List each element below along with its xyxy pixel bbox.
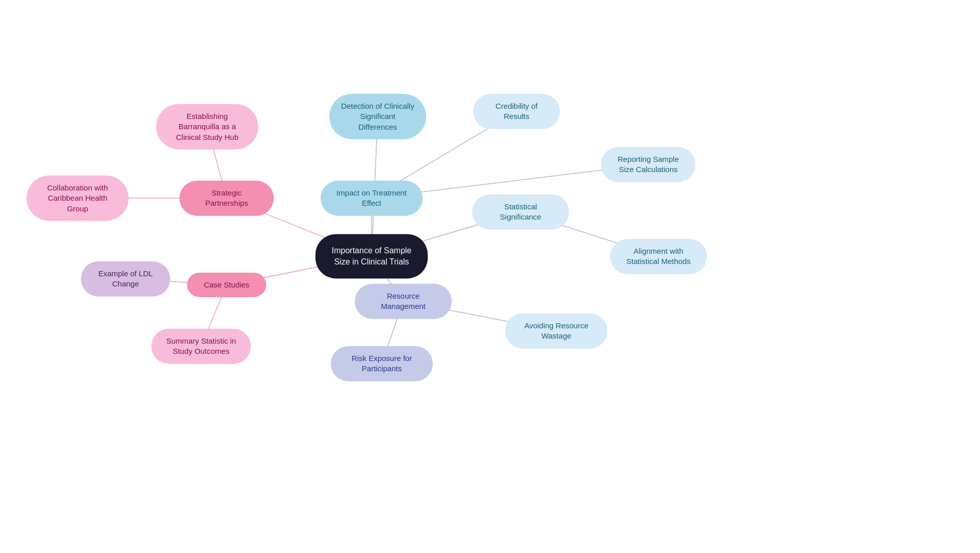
node-detection[interactable]: Detection of Clinically Significant Diff… (329, 94, 426, 139)
node-ldl[interactable]: Example of LDL Change (81, 261, 170, 297)
node-establishing[interactable]: Establishing Barranquilla as a Clinical … (156, 104, 258, 150)
node-caribbean[interactable]: Collaboration with Caribbean Health Grou… (27, 176, 129, 221)
node-avoiding[interactable]: Avoiding Resource Wastage (505, 314, 607, 349)
node-summary[interactable]: Summary Statistic in Study Outcomes (152, 329, 251, 364)
node-credibility[interactable]: Credibility of Results (473, 94, 560, 129)
node-strategic[interactable]: Strategic Partnerships (180, 181, 274, 216)
mindmap-container: Importance of Sample Size in Clinical Tr… (0, 0, 980, 553)
node-stat-sig[interactable]: Statistical Significance (472, 195, 569, 230)
center-node[interactable]: Importance of Sample Size in Clinical Tr… (315, 234, 428, 278)
node-reporting[interactable]: Reporting Sample Size Calculations (601, 147, 696, 182)
node-impact[interactable]: Impact on Treatment Effect (321, 181, 423, 216)
node-resource-mgmt[interactable]: Resource Management (355, 284, 452, 319)
node-case-studies[interactable]: Case Studies (187, 273, 266, 297)
node-risk[interactable]: Risk Exposure for Participants (331, 346, 433, 381)
node-alignment[interactable]: Alignment with Statistical Methods (610, 239, 707, 274)
